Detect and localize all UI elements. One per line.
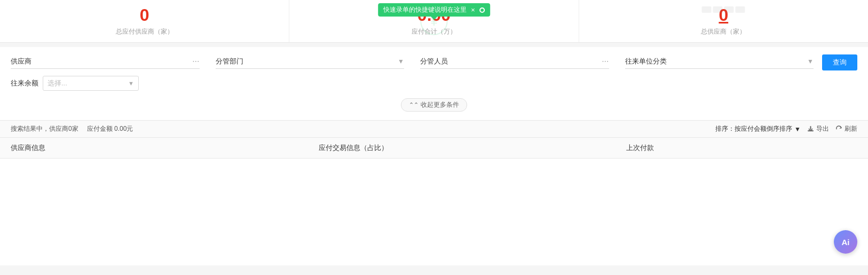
unit-class-arrow[interactable]: ▼	[807, 58, 814, 65]
col-transaction-header: 应付交易信息（占比）	[319, 143, 627, 153]
col-supplier-header: 供应商信息	[11, 143, 319, 153]
person-field: 分管人员 ···	[420, 57, 609, 69]
svg-rect-3	[810, 126, 811, 130]
sort-arrow: ▼	[794, 125, 801, 133]
balance-select-arrow: ▼	[128, 80, 134, 87]
stat-payable-suppliers: 0 总应付供应商（家）	[0, 0, 289, 42]
results-bar: 搜索结果中，供应商0家 应付金额 0.00元 排序：按应付会额倒序排序 ▼ 导出…	[0, 121, 868, 138]
department-field: 分管部门 ▼	[216, 57, 405, 69]
unit-class-field: 往来单位分类 ▼	[625, 57, 814, 69]
search-row-1: 供应商 ··· 分管部门 ▼ 分管人员 ··· 往来单位分类 ▼ 查询	[11, 54, 857, 70]
supplier-input[interactable]	[36, 57, 190, 65]
export-label: 导出	[816, 124, 829, 133]
table-area: 供应商信息 应付交易信息（占比） 上次付款	[0, 138, 868, 265]
department-label: 分管部门	[216, 57, 243, 66]
table-header: 供应商信息 应付交易信息（占比） 上次付款	[0, 138, 868, 159]
balance-field: 往来余额 选择... ▼	[11, 76, 139, 91]
ai-button-label: Ai	[842, 238, 850, 247]
collapse-row: ⌃⌃ 收起更多条件	[11, 96, 857, 117]
balance-label: 往来余额	[11, 78, 38, 88]
tooltip-close-button[interactable]: ×	[471, 6, 475, 13]
results-actions: 排序：按应付会额倒序排序 ▼ 导出 刷新	[715, 124, 857, 133]
export-icon	[807, 125, 814, 132]
department-arrow[interactable]: ▼	[398, 58, 404, 65]
sort-label: 排序：按应付会额倒序排序	[715, 124, 792, 133]
collapse-button[interactable]: ⌃⌃ 收起更多条件	[401, 98, 467, 112]
export-button[interactable]: 导出	[807, 124, 829, 133]
col-payment-header: 上次付款	[626, 143, 857, 153]
results-summary: 搜索结果中，供应商0家 应付金额 0.00元	[11, 124, 133, 133]
refresh-button[interactable]: 刷新	[835, 124, 857, 133]
supplier-field: 供应商 ···	[11, 57, 200, 69]
person-dots[interactable]: ···	[602, 57, 609, 66]
query-button[interactable]: 查询	[822, 54, 857, 70]
balance-placeholder: 选择...	[48, 78, 67, 88]
stat-total-suppliers-label: 总供应商（家）	[701, 27, 746, 36]
refresh-icon	[835, 125, 842, 132]
stat-payable-amount: 快速录单的快捷键说明在这里 × ¥ 0.00 应付合计（万）	[289, 0, 579, 42]
supplier-label: 供应商	[11, 57, 31, 66]
department-input[interactable]	[248, 57, 396, 65]
table-empty-state	[0, 159, 868, 265]
tooltip-text: 快速录单的快捷键说明在这里	[383, 5, 467, 14]
stat-total-suppliers: 0 总供应商（家）	[579, 0, 868, 42]
ai-assistant-button[interactable]: Ai	[834, 230, 857, 254]
supplier-dots[interactable]: ···	[192, 57, 199, 66]
search-row-2: 往来余额 选择... ▼	[11, 76, 857, 91]
supplier-count-text: 搜索结果中，供应商0家	[11, 124, 78, 133]
stat-payable-suppliers-label: 总应付供应商（家）	[116, 27, 173, 36]
collapse-icon: ⌃⌃	[409, 101, 419, 108]
refresh-label: 刷新	[845, 124, 857, 133]
balance-select[interactable]: 选择... ▼	[43, 76, 139, 91]
person-label: 分管人员	[420, 57, 448, 66]
unit-class-input[interactable]	[671, 57, 806, 65]
amount-text: 应付金额 0.00元	[87, 124, 133, 133]
stat-payable-suppliers-number: 0	[140, 6, 149, 25]
sort-dropdown[interactable]: 排序：按应付会额倒序排序 ▼	[715, 124, 801, 133]
tooltip-dot	[479, 7, 485, 13]
unit-class-label: 往来单位分类	[625, 57, 667, 66]
person-input[interactable]	[452, 57, 599, 65]
search-area: 供应商 ··· 分管部门 ▼ 分管人员 ··· 往来单位分类 ▼ 查询 往来余额	[0, 47, 868, 121]
shortcut-tooltip[interactable]: 快速录单的快捷键说明在这里 ×	[378, 3, 490, 17]
top-stats-bar: 0 总应付供应商（家） 快速录单的快捷键说明在这里 × ¥ 0.00 应付合计（…	[0, 0, 868, 43]
collapse-label: 收起更多条件	[421, 100, 459, 109]
